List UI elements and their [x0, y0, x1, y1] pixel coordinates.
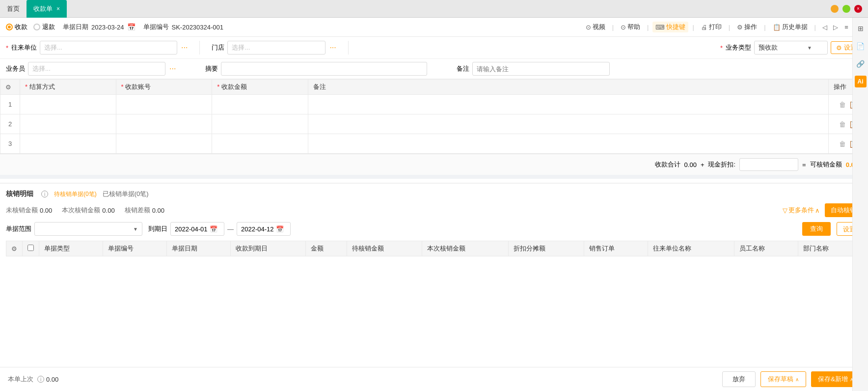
row-1-delete-icon[interactable]: 🗑 [839, 101, 846, 109]
sub-table-gear-icon[interactable]: ⚙ [11, 245, 17, 252]
abandon-button[interactable]: 放弃 [722, 371, 756, 387]
bottom-info-icon[interactable]: i [37, 376, 44, 383]
row-3-settlement[interactable] [20, 134, 116, 154]
calendar-to-icon[interactable]: 📅 [276, 225, 284, 233]
bottom-right: 放弃 保存草稿 ∧ 保存&新增 ∧ [722, 371, 860, 387]
staff-input[interactable]: 选择... [28, 62, 165, 76]
row-3-account[interactable] [116, 134, 212, 154]
th-settlement: * 结算方式 [20, 80, 116, 95]
minimize-button[interactable] [831, 5, 839, 13]
more-filter-btn[interactable]: ▽ 更多条件 ∧ [783, 206, 820, 215]
row-1-settlement[interactable] [20, 95, 116, 114]
sub-th-current: 本次核销金额 [422, 241, 509, 256]
save-draft-chevron-icon: ∧ [795, 377, 799, 382]
top-toolbar: 收款 退款 单据日期 2023-03-24 📅 单据编号 SK-20230324… [0, 18, 868, 37]
total-label: 收款合计 [655, 160, 680, 169]
form-row-1: * 往来单位 选择... ··· 门店 选择... ··· * 业务类型 预收款… [0, 37, 868, 59]
window-controls: × [831, 5, 868, 13]
keyboard-icon: ⌨ [655, 24, 665, 31]
verify-title: 核销明细 [6, 190, 33, 198]
th-remark: 备注 [308, 80, 828, 95]
pending-tag[interactable]: 待核销单据(0笔) [54, 190, 97, 198]
business-type-select[interactable]: 预收款 ▼ [754, 41, 828, 55]
discount-input[interactable] [739, 158, 798, 171]
sub-th-staff: 员工名称 [734, 241, 798, 256]
number-value[interactable]: SK-20230324-001 [172, 24, 224, 31]
store-field: 门店 选择... ··· [212, 41, 336, 55]
maximize-button[interactable] [842, 5, 850, 13]
save-draft-button[interactable]: 保存草稿 ∧ [760, 371, 806, 387]
row-1-account[interactable] [116, 95, 212, 114]
date-value[interactable]: 2023-03-24 [91, 24, 124, 31]
row-2-amount[interactable] [212, 114, 308, 134]
operation-btn[interactable]: ⚙ 操作 [734, 22, 760, 32]
history-btn[interactable]: 📋 历史单据 [770, 22, 811, 32]
business-type-label: 业务类型 [726, 43, 751, 52]
sidebar-ai-icon[interactable]: Ai [855, 76, 867, 87]
row-1-remark[interactable] [308, 95, 828, 114]
radio-income[interactable]: 收款 [6, 23, 27, 31]
row-2-delete-icon[interactable]: 🗑 [839, 120, 846, 128]
sub-th-discount: 折扣分摊额 [509, 241, 584, 256]
chevron-up-icon: ∧ [815, 207, 820, 214]
sub-th-sales-order: 销售订单 [584, 241, 648, 256]
layout-single-icon[interactable]: ▷ [831, 22, 841, 32]
bottom-bar: 本单上次 i 0.00 放弃 保存草稿 ∧ 保存&新增 ∧ [0, 367, 868, 391]
summary-row: 收款合计 0.00 + 现金折扣: = 可核销金额 0.00 [0, 154, 868, 175]
store-input[interactable]: 选择... [227, 41, 326, 55]
staff-more-btn[interactable]: ··· [169, 64, 176, 73]
row-2-settlement[interactable] [20, 114, 116, 134]
discount-label: 现金折扣: [708, 160, 735, 169]
done-tag[interactable]: 已核销单据(0笔) [103, 190, 149, 198]
counterpart-label: 往来单位 [11, 43, 37, 52]
video-btn[interactable]: ⊙ 视频 [583, 22, 608, 32]
date-label: 单据日期 [63, 23, 88, 31]
sidebar-table-icon[interactable]: ⊞ [855, 23, 867, 34]
chevron-down-icon: ▼ [807, 45, 812, 51]
row-3-delete-icon[interactable]: 🗑 [839, 140, 846, 148]
tab-receipt[interactable]: 收款单 × [27, 0, 67, 18]
range-select[interactable]: ▼ [34, 222, 142, 236]
calendar-icon[interactable]: 📅 [127, 23, 136, 31]
sub-th-number: 单据编号 [103, 241, 167, 256]
layout-split1-icon[interactable]: ≡ [841, 22, 851, 32]
plus-sign: + [701, 161, 705, 168]
operation-icon: ⚙ [737, 24, 743, 31]
row-3-amount[interactable] [212, 134, 308, 154]
right-sidebar: ⊞ 📄 🔗 Ai [852, 18, 868, 391]
shortcut-btn[interactable]: ⌨ 快捷键 [652, 22, 688, 32]
table-gear-icon[interactable]: ⚙ [5, 84, 11, 91]
row-1-amount[interactable] [212, 95, 308, 114]
row-3-remark[interactable] [308, 134, 828, 154]
date-from-input[interactable]: 2022-04-01 📅 [170, 222, 224, 236]
summary-input[interactable] [221, 62, 427, 76]
help-btn[interactable]: ⊙ 帮助 [618, 22, 643, 32]
date-to-input[interactable]: 2022-04-12 📅 [237, 222, 291, 236]
calendar-from-icon[interactable]: 📅 [210, 225, 217, 233]
summary-label: 摘要 [205, 64, 218, 73]
layout-list-icon[interactable]: ◁ [820, 22, 830, 32]
store-more-btn[interactable]: ··· [329, 43, 336, 52]
total-value: 0.00 [684, 161, 697, 168]
counterpart-input[interactable]: 选择... [40, 41, 177, 55]
close-button[interactable]: × [854, 5, 862, 13]
counterpart-more-btn[interactable]: ··· [181, 43, 188, 52]
available-label: 可核销金额 [810, 160, 842, 169]
tab-close-icon[interactable]: × [56, 5, 60, 12]
table-row: 3 🗑 📋 [0, 134, 868, 154]
radio-refund[interactable]: 退款 [33, 23, 55, 31]
verify-info-icon[interactable]: i [41, 191, 48, 197]
print-btn[interactable]: 🖨 打印 [698, 22, 725, 32]
tab-home[interactable]: 首页 [0, 0, 27, 18]
date-field-group: 单据日期 2023-03-24 📅 [63, 23, 136, 31]
query-button[interactable]: 查询 [802, 222, 831, 236]
staff-label: 业务员 [6, 64, 25, 73]
receipt-type-radio-group: 收款 退款 [6, 23, 55, 31]
remark-input[interactable] [472, 62, 610, 76]
row-2-remark[interactable] [308, 114, 828, 134]
sidebar-doc-icon[interactable]: 📄 [855, 40, 867, 52]
sub-table-container: ⚙ 单据类型 单据编号 单据日期 [6, 241, 862, 256]
row-2-account[interactable] [116, 114, 212, 134]
select-all-checkbox[interactable] [27, 245, 34, 251]
sidebar-link-icon[interactable]: 🔗 [855, 58, 867, 70]
